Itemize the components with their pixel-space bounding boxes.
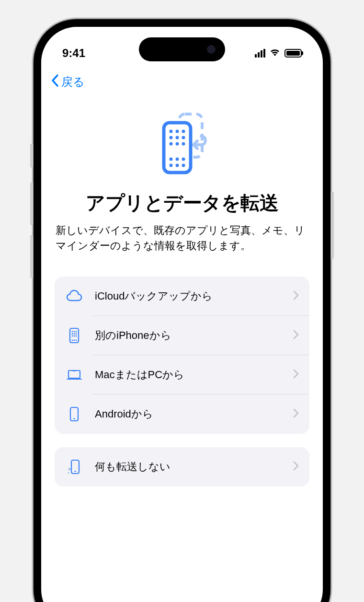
transfer-options-group: iCloudバックアップから bbox=[55, 277, 309, 434]
svg-point-2 bbox=[170, 130, 173, 133]
svg-point-7 bbox=[182, 136, 185, 139]
cellular-signal-icon bbox=[255, 49, 265, 58]
phone-sparkle-icon bbox=[65, 458, 83, 476]
svg-point-21 bbox=[72, 333, 73, 335]
svg-point-5 bbox=[170, 136, 173, 139]
chevron-right-icon bbox=[293, 330, 299, 341]
device-volume-down bbox=[30, 235, 33, 278]
svg-point-8 bbox=[170, 142, 173, 146]
page-wrapper: 9:41 bbox=[0, 0, 364, 602]
chevron-right-icon bbox=[293, 408, 299, 420]
nav-bar: 戻る bbox=[41, 65, 323, 92]
page-title: アプリとデータを転送 bbox=[55, 190, 309, 216]
svg-point-23 bbox=[76, 333, 77, 335]
svg-point-32 bbox=[73, 418, 75, 419]
back-button-label: 戻る bbox=[61, 74, 85, 90]
laptop-icon bbox=[65, 366, 83, 384]
chevron-right-icon bbox=[293, 290, 299, 302]
svg-point-22 bbox=[74, 333, 75, 335]
svg-point-6 bbox=[176, 136, 179, 139]
svg-point-11 bbox=[170, 158, 173, 161]
screen: 9:41 bbox=[41, 27, 323, 602]
device-volume-up bbox=[30, 182, 33, 225]
dynamic-island bbox=[139, 37, 225, 61]
svg-point-10 bbox=[182, 142, 185, 146]
svg-point-24 bbox=[72, 335, 73, 336]
chevron-right-icon bbox=[293, 369, 299, 381]
device-mute-switch bbox=[30, 144, 33, 168]
option-android[interactable]: Androidから bbox=[55, 394, 309, 434]
option-label: iCloudバックアップから bbox=[95, 289, 282, 303]
transfer-hero-icon bbox=[55, 111, 309, 178]
svg-point-29 bbox=[76, 339, 77, 341]
content: アプリとデータを転送 新しいデバイスで、既存のアプリと写真、メモ、リマインダーの… bbox=[41, 92, 323, 486]
svg-point-13 bbox=[182, 158, 185, 161]
svg-point-27 bbox=[72, 339, 73, 341]
svg-point-4 bbox=[182, 130, 185, 133]
no-transfer-group: 何も転送しない bbox=[55, 447, 309, 486]
cloud-icon bbox=[65, 287, 83, 305]
svg-point-34 bbox=[74, 471, 76, 472]
svg-rect-30 bbox=[68, 370, 80, 378]
svg-point-9 bbox=[176, 142, 179, 146]
svg-point-25 bbox=[74, 335, 75, 336]
option-icloud-backup[interactable]: iCloudバックアップから bbox=[55, 277, 309, 316]
svg-point-16 bbox=[182, 164, 185, 167]
chevron-right-icon bbox=[293, 461, 299, 473]
option-label: MacまたはPCから bbox=[95, 368, 282, 382]
svg-point-19 bbox=[74, 331, 75, 332]
svg-point-12 bbox=[176, 158, 179, 161]
option-label: Androidから bbox=[95, 407, 282, 421]
wifi-icon bbox=[269, 47, 281, 59]
svg-point-15 bbox=[176, 164, 179, 167]
option-no-transfer[interactable]: 何も転送しない bbox=[55, 447, 309, 486]
back-button[interactable]: 戻る bbox=[51, 74, 85, 90]
svg-point-18 bbox=[72, 331, 73, 332]
status-indicators bbox=[255, 47, 302, 59]
chevron-left-icon bbox=[51, 74, 59, 90]
option-label: 別のiPhoneから bbox=[95, 328, 282, 343]
svg-point-26 bbox=[76, 335, 77, 336]
option-mac-pc[interactable]: MacまたはPCから bbox=[55, 355, 309, 394]
option-label: 何も転送しない bbox=[95, 460, 282, 474]
page-description: 新しいデバイスで、既存のアプリと写真、メモ、リマインダーのような情報を取得します… bbox=[55, 223, 309, 254]
status-time: 9:41 bbox=[62, 46, 85, 60]
battery-icon bbox=[284, 49, 302, 58]
iphone-apps-icon bbox=[65, 326, 83, 345]
svg-point-28 bbox=[74, 339, 75, 341]
device-frame: 9:41 bbox=[34, 19, 330, 602]
svg-point-20 bbox=[76, 331, 77, 332]
device-power-button bbox=[331, 192, 334, 259]
option-another-iphone[interactable]: 別のiPhoneから bbox=[55, 316, 309, 355]
svg-point-14 bbox=[170, 164, 173, 167]
phone-icon bbox=[65, 405, 83, 423]
svg-point-3 bbox=[176, 130, 179, 133]
